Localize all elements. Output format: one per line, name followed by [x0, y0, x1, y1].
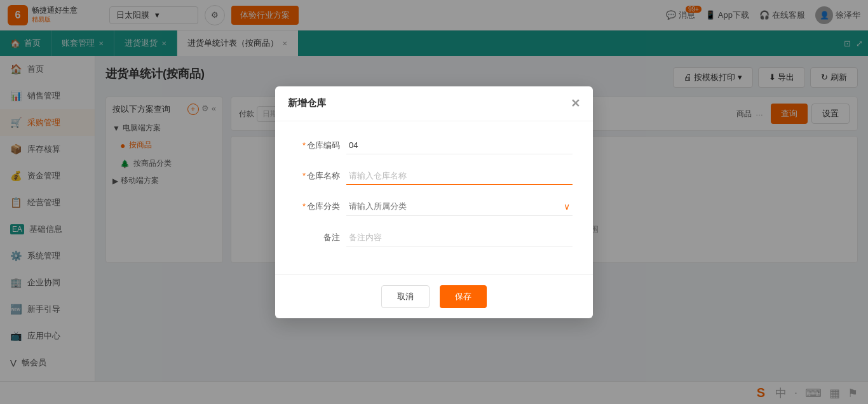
category-arrow-icon: ∨ [564, 201, 570, 212]
name-input[interactable] [346, 167, 573, 185]
modal-overlay[interactable]: 新增仓库 ✕ 仓库编码 仓库名称 仓库分类 ∨ [0, 0, 868, 404]
form-row-remark: 备注 [295, 229, 573, 246]
category-input[interactable] [349, 201, 564, 211]
remark-label: 备注 [295, 232, 346, 243]
modal-close-button[interactable]: ✕ [571, 97, 580, 111]
modal-title: 新增仓库 [288, 97, 326, 109]
name-label: 仓库名称 [295, 170, 346, 182]
new-warehouse-modal: 新增仓库 ✕ 仓库编码 仓库名称 仓库分类 ∨ [275, 86, 593, 318]
category-select[interactable]: ∨ [346, 198, 573, 216]
form-row-name: 仓库名称 [295, 167, 573, 185]
save-button[interactable]: 保存 [440, 285, 487, 308]
modal-header: 新增仓库 ✕ [275, 86, 593, 121]
form-row-category: 仓库分类 ∨ [295, 198, 573, 216]
category-label: 仓库分类 [295, 201, 346, 212]
code-label: 仓库编码 [295, 140, 346, 151]
modal-body: 仓库编码 仓库名称 仓库分类 ∨ 备注 [275, 121, 593, 274]
modal-footer: 取消 保存 [275, 274, 593, 318]
form-row-code: 仓库编码 [295, 137, 573, 154]
remark-input[interactable] [346, 229, 573, 246]
cancel-button[interactable]: 取消 [381, 285, 430, 308]
code-input[interactable] [346, 137, 573, 154]
